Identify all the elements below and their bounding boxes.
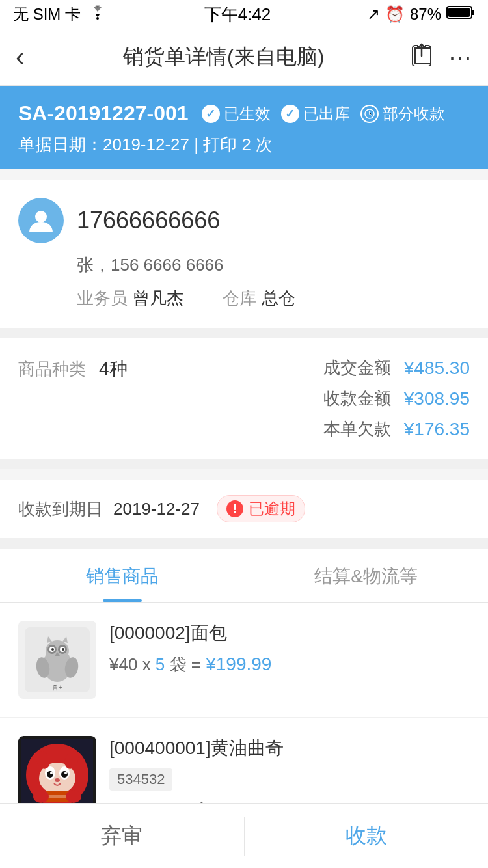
status-badges: ✓ 已生效 ✓ 已出库 部分收款 (202, 103, 445, 124)
due-section: 收款到期日 2019-12-27 ! 已逾期 (0, 480, 488, 538)
order-header: SA-20191227-001 ✓ 已生效 ✓ 已出库 部分收款 (0, 86, 488, 169)
divider-2 (0, 459, 488, 469)
svg-point-13 (51, 648, 54, 651)
wifi-icon (87, 5, 108, 23)
stat-amount: 成交金额 ¥485.30 (323, 357, 470, 379)
page-title: 销货单详情(来自电脑) (37, 43, 410, 72)
divider-3 (0, 538, 488, 543)
overdue-text: 已逾期 (249, 498, 295, 519)
confirm-button[interactable]: 收款 (245, 804, 489, 868)
svg-point-36 (66, 790, 81, 803)
svg-text:兽+: 兽+ (52, 684, 62, 691)
check-icon-1: ✓ (202, 105, 220, 123)
svg-point-26 (47, 771, 53, 778)
clock-icon (360, 105, 379, 123)
stats-section: 商品种类 4种 成交金额 ¥485.30 收款金额 ¥308.95 本单欠款 ¥… (0, 338, 488, 459)
product-image-1: 兽+ (18, 621, 96, 699)
badge-shipped: ✓ 已出库 (281, 103, 350, 124)
battery-text: 87% (410, 5, 441, 23)
back-button[interactable]: ‹ (16, 42, 37, 72)
svg-point-0 (96, 17, 99, 20)
bottom-bar: 弃审 收款 (0, 803, 488, 868)
svg-point-27 (61, 771, 68, 778)
badge-partial: 部分收款 (360, 103, 445, 124)
product-info-1: [0000002]面包 ¥40 x 5 袋 = ¥199.99 (109, 621, 470, 699)
tab-settlement[interactable]: 结算&物流等 (244, 549, 488, 602)
cancel-button[interactable]: 弃审 (0, 804, 244, 868)
alarm-icon: ⏰ (385, 5, 405, 23)
stat-debt: 本单欠款 ¥176.35 (323, 418, 470, 441)
customer-detail: 张，156 6666 6666 (77, 254, 470, 277)
product-name-2: [000400001]黄油曲奇 (109, 736, 470, 761)
customer-name: 17666666666 (77, 207, 220, 234)
warehouse-label: 仓库 (223, 287, 256, 310)
overdue-icon: ! (226, 500, 243, 517)
svg-point-30 (55, 778, 60, 782)
tab-products[interactable]: 销售商品 (0, 549, 244, 602)
product-item-1: 兽+ [0000002]面包 ¥40 x 5 袋 = ¥199.99 (0, 603, 488, 718)
status-left: 无 SIM 卡 (13, 4, 108, 25)
location-icon: ↗ (367, 5, 380, 23)
battery-icon (446, 5, 475, 23)
product-price-1: ¥40 x 5 袋 = ¥199.99 (109, 653, 470, 676)
svg-rect-3 (448, 8, 470, 17)
product-image-2 (18, 736, 96, 814)
category-count: 4种 (99, 357, 128, 381)
carrier-text: 无 SIM 卡 (13, 4, 81, 25)
nav-actions: ··· (410, 43, 472, 72)
avatar (18, 198, 64, 243)
product-name-1: [0000002]面包 (109, 621, 470, 645)
tabs-bar: 销售商品 结算&物流等 (0, 549, 488, 603)
stat-received: 收款金额 ¥308.95 (323, 387, 470, 410)
svg-rect-2 (472, 10, 474, 15)
stats-left: 商品种类 4种 (18, 357, 128, 381)
customer-section: 17666666666 张，156 6666 6666 业务员 曾凡杰 仓库 总… (0, 180, 488, 328)
status-time: 下午4:42 (204, 3, 271, 26)
divider-1 (0, 328, 488, 338)
tabs-section: 销售商品 结算&物流等 (0, 543, 488, 603)
overdue-badge: ! 已逾期 (217, 495, 305, 522)
more-icon[interactable]: ··· (449, 44, 472, 71)
stats-right: 成交金额 ¥485.30 收款金额 ¥308.95 本单欠款 ¥176.35 (323, 357, 470, 441)
order-id: SA-20191227-001 (18, 102, 189, 126)
nav-bar: ‹ 销货单详情(来自电脑) ··· (0, 29, 488, 86)
customer-staff: 业务员 曾凡杰 仓库 总仓 (77, 287, 470, 310)
badge-effective: ✓ 已生效 (202, 103, 271, 124)
check-icon-2: ✓ (281, 105, 299, 123)
svg-point-28 (50, 772, 53, 774)
status-bar: 无 SIM 卡 下午4:42 ↗ ⏰ 87% (0, 0, 488, 29)
share-icon[interactable] (410, 43, 433, 72)
warehouse-name: 总仓 (262, 287, 295, 310)
svg-point-35 (33, 790, 49, 803)
svg-point-14 (62, 648, 64, 651)
svg-point-5 (35, 211, 47, 223)
staff-name: 曾凡杰 (133, 287, 183, 310)
staff-label: 业务员 (77, 287, 128, 310)
due-label: 收款到期日 (18, 498, 103, 521)
status-right: ↗ ⏰ 87% (367, 5, 475, 23)
svg-point-29 (64, 772, 67, 774)
due-date: 2019-12-27 (113, 499, 200, 519)
category-label: 商品种类 (18, 358, 86, 381)
order-meta: 单据日期：2019-12-27 | 打印 2 次 (18, 133, 470, 156)
product-tag-2: 534532 (109, 768, 172, 791)
